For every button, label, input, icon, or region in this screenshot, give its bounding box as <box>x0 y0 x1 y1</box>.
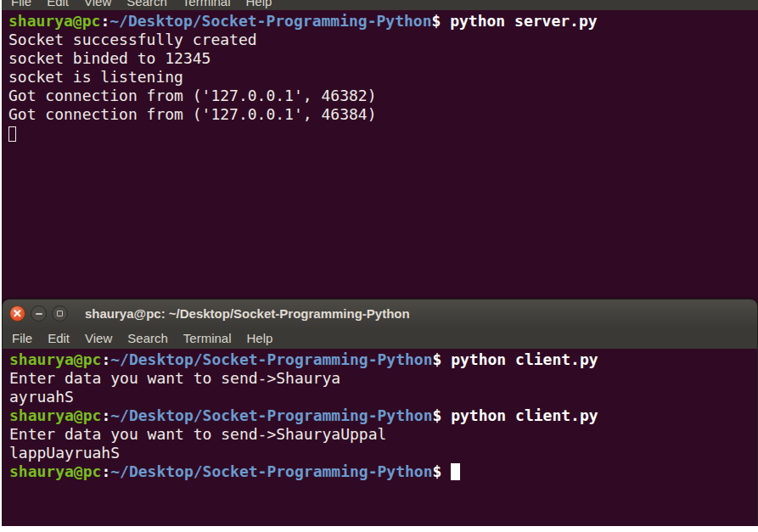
terminal-cursor <box>8 126 16 142</box>
terminal-line: socket is listening <box>8 68 758 87</box>
menu-item-terminal[interactable]: Terminal <box>176 329 239 347</box>
terminal-text-segment: $ <box>433 462 452 480</box>
terminal-text-segment: shaurya@pc <box>9 462 101 480</box>
terminal-line: shaurya@pc:~/Desktop/Socket-Programming-… <box>8 12 758 31</box>
terminal-text-segment: Got connection from ('127.0.0.1', 46384) <box>8 105 376 123</box>
terminal-text-segment: shaurya@pc <box>9 406 101 424</box>
menu-item-search[interactable]: Search <box>120 329 176 347</box>
menu-item-edit[interactable]: Edit <box>39 0 76 10</box>
terminal-text-segment: Socket successfully created <box>8 31 257 48</box>
client-terminal-menubar: FileEditViewSearchTerminalHelp <box>3 328 757 349</box>
terminal-text-segment: $ python client.py <box>433 406 598 424</box>
terminal-text-segment: : <box>101 406 110 424</box>
server-terminal-window: FileEditViewSearchTerminalHelp shaurya@p… <box>2 0 758 143</box>
terminal-text-segment: Enter data you want to send->ShauryaUppa… <box>9 425 386 443</box>
terminal-line: socket binded to 12345 <box>8 49 758 68</box>
menu-item-view[interactable]: View <box>77 329 120 347</box>
terminal-line: lappUayruahS <box>9 444 757 462</box>
client-terminal-titlebar[interactable]: ✕ shaurya@pc: ~/Desktop/Socket-Programmi… <box>3 300 757 328</box>
terminal-text-segment: $ python client.py <box>433 350 598 368</box>
maximize-icon <box>57 311 63 316</box>
terminal-text-segment: : <box>101 462 110 480</box>
terminal-text-segment: Enter data you want to send->Shaurya <box>9 369 340 387</box>
server-terminal-menu-row: FileEditViewSearchTerminalHelp <box>2 0 758 10</box>
terminal-text-segment: ~/Desktop/Socket-Programming-Python <box>110 350 432 368</box>
terminal-text-segment: : <box>100 12 109 30</box>
terminal-text-segment: : <box>101 350 110 368</box>
close-icon: ✕ <box>13 308 22 319</box>
terminal-line: Socket successfully created <box>8 31 758 49</box>
window-title: shaurya@pc: ~/Desktop/Socket-Programming… <box>85 306 410 321</box>
terminal-line: Got connection from ('127.0.0.1', 46382) <box>8 87 758 105</box>
client-terminal-menu-row: FileEditViewSearchTerminalHelp <box>3 329 280 347</box>
terminal-text-segment: shaurya@pc <box>9 350 101 368</box>
minimize-button[interactable] <box>31 305 47 322</box>
menu-item-help[interactable]: Help <box>239 0 280 10</box>
terminal-cursor <box>451 463 460 480</box>
server-terminal-menubar: FileEditViewSearchTerminalHelp <box>2 0 758 10</box>
terminal-text-segment: lappUayruahS <box>9 444 120 462</box>
client-terminal-output[interactable]: shaurya@pc:~/Desktop/Socket-Programming-… <box>3 349 757 481</box>
terminal-line: ayruahS <box>9 388 757 406</box>
terminal-line: Got connection from ('127.0.0.1', 46384) <box>8 105 758 124</box>
menu-item-search[interactable]: Search <box>119 0 175 10</box>
menu-item-edit[interactable]: Edit <box>40 329 77 347</box>
terminal-text-segment: $ python server.py <box>432 12 598 30</box>
terminal-text-segment: ~/Desktop/Socket-Programming-Python <box>110 406 432 424</box>
terminal-line: Enter data you want to send->ShauryaUppa… <box>9 425 757 444</box>
terminal-line: Enter data you want to send->Shaurya <box>9 369 757 388</box>
maximize-button[interactable] <box>52 305 68 322</box>
menu-item-view[interactable]: View <box>76 0 119 10</box>
terminal-text-segment: ~/Desktop/Socket-Programming-Python <box>110 462 432 480</box>
client-terminal-window: ✕ shaurya@pc: ~/Desktop/Socket-Programmi… <box>2 299 758 526</box>
terminal-text-segment: ~/Desktop/Socket-Programming-Python <box>109 12 431 30</box>
terminal-line: shaurya@pc:~/Desktop/Socket-Programming-… <box>9 462 757 481</box>
menu-item-file[interactable]: File <box>3 0 39 10</box>
terminal-line: shaurya@pc:~/Desktop/Socket-Programming-… <box>9 350 757 369</box>
menu-item-file[interactable]: File <box>4 329 40 347</box>
server-terminal-output[interactable]: shaurya@pc:~/Desktop/Socket-Programming-… <box>2 10 758 143</box>
close-button[interactable]: ✕ <box>9 305 25 322</box>
terminal-text-segment: socket is listening <box>8 68 183 86</box>
terminal-text-segment: ayruahS <box>9 388 74 406</box>
terminal-line: shaurya@pc:~/Desktop/Socket-Programming-… <box>9 406 757 425</box>
terminal-text-segment: socket binded to 12345 <box>8 49 211 67</box>
terminal-text-segment: shaurya@pc <box>8 12 100 30</box>
minimize-icon <box>36 313 42 315</box>
terminal-text-segment: Got connection from ('127.0.0.1', 46382) <box>8 87 376 104</box>
menu-item-terminal[interactable]: Terminal <box>175 0 239 10</box>
terminal-line <box>8 124 758 143</box>
menu-item-help[interactable]: Help <box>239 329 281 347</box>
desktop-screenshot: FileEditViewSearchTerminalHelp shaurya@p… <box>2 0 758 526</box>
